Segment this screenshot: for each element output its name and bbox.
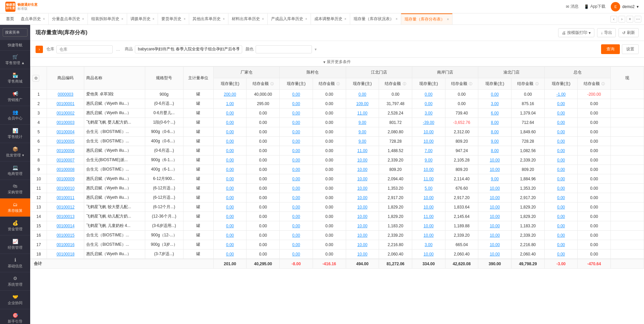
sidebar-item-purchase[interactable]: 🛍 采购管理 bbox=[0, 180, 30, 198]
cell-total-stock[interactable]: 0.00 bbox=[544, 231, 578, 240]
tab-home[interactable]: 首页 bbox=[3, 16, 17, 22]
cell-code[interactable]: 00100006 bbox=[47, 146, 84, 155]
cell-yubeimen-stock[interactable]: 10.00 bbox=[478, 231, 512, 240]
table-area[interactable]: ⚙ 商品编码 商品名称 规格型号 主计量单位 厂家仓 陈村仓 江北门店 南岸门店… bbox=[30, 66, 644, 324]
cell-code[interactable]: 00100002 bbox=[47, 108, 84, 118]
close-icon[interactable]: × bbox=[396, 17, 398, 21]
sidebar-item-member[interactable]: 👥 会员中心 bbox=[0, 106, 30, 125]
cell-code[interactable]: 00100009 bbox=[47, 174, 84, 184]
cell-chen-stock[interactable]: 0.00 bbox=[280, 118, 313, 127]
close-icon[interactable]: × bbox=[262, 17, 264, 21]
filter-toggle-button[interactable]: › bbox=[36, 46, 43, 53]
cell-code[interactable]: 00100004 bbox=[47, 127, 84, 137]
cell-factory-stock[interactable]: 0.00 bbox=[213, 165, 247, 174]
cell-jiangbei-stock[interactable]: 10.00 bbox=[346, 155, 379, 165]
cell-code[interactable]: 00100007 bbox=[47, 155, 84, 165]
cell-factory-stock[interactable]: 0.00 bbox=[213, 240, 247, 249]
cell-factory-stock[interactable]: 0.00 bbox=[213, 231, 247, 240]
sidebar-item-ecommerce[interactable]: 💻 电商管理 bbox=[0, 161, 30, 180]
cell-chen-stock[interactable]: 0.00 bbox=[280, 146, 313, 155]
cell-chen-stock[interactable]: 0.00 bbox=[280, 155, 313, 165]
cell-jiangbei-stock[interactable]: 109.00 bbox=[346, 99, 379, 108]
tab-yaohuo[interactable]: 要货单历史 × bbox=[158, 13, 189, 25]
cell-yubeimen-stock[interactable]: 8.00 bbox=[478, 118, 512, 127]
message-button[interactable]: ✉ 消息 bbox=[566, 4, 579, 9]
cell-total-stock[interactable]: 0.00 bbox=[544, 193, 578, 202]
cell-yubeimen-stock[interactable]: 0.00 bbox=[478, 90, 512, 99]
cell-jiangbei-stock[interactable]: 11.00 bbox=[346, 146, 379, 155]
cell-code[interactable]: 00100003 bbox=[47, 118, 84, 127]
cell-chen-stock[interactable]: 0.00 bbox=[280, 221, 313, 231]
cell-yubeimen-stock[interactable]: 10.00 bbox=[478, 165, 512, 174]
sidebar-item-collab[interactable]: 🤝 企业协同 bbox=[0, 291, 30, 309]
close-icon[interactable]: × bbox=[447, 17, 449, 21]
cell-jiangbei-stock[interactable]: 10.00 bbox=[346, 174, 379, 184]
sidebar-item-retail[interactable]: 🛒 零售管理 ▲ bbox=[0, 51, 30, 69]
cell-factory-stock[interactable]: 0.00 bbox=[213, 146, 247, 155]
cell-total-stock[interactable]: 0.00 bbox=[544, 165, 578, 174]
cell-jiangbei-stock[interactable]: 11.00 bbox=[346, 108, 379, 118]
warehouse-more-icon[interactable]: … bbox=[115, 47, 121, 52]
cell-jiangbei-stock[interactable]: 10.00 bbox=[346, 231, 379, 240]
refresh-button[interactable]: ↺ 刷新 bbox=[619, 28, 639, 37]
cell-factory-stock[interactable]: 0.00 bbox=[213, 212, 247, 221]
tab-cailiao[interactable]: 材料出库单历史 × bbox=[228, 13, 268, 25]
cell-yubeimen-stock[interactable]: 10.00 bbox=[478, 184, 512, 193]
goods-input[interactable] bbox=[135, 45, 242, 53]
cell-factory-stock[interactable]: 0.00 bbox=[213, 127, 247, 137]
tab-close-button[interactable]: × bbox=[627, 16, 633, 22]
sidebar-item-operation[interactable]: 📈 经营管理 bbox=[0, 235, 30, 254]
tab-fenliang[interactable]: 分量盘点单历史 × bbox=[49, 13, 88, 25]
cell-nanan-stock[interactable]: 7.00 bbox=[412, 146, 445, 155]
cell-code[interactable]: 00100016 bbox=[47, 240, 84, 249]
cell-code[interactable]: 00100008 bbox=[47, 165, 84, 174]
sidebar-item-inventory[interactable]: 🗂 库存核算 bbox=[0, 198, 30, 217]
query-button[interactable]: 查询 bbox=[601, 44, 620, 54]
cell-factory-stock[interactable]: 0.00 bbox=[213, 202, 247, 212]
cell-jiangbei-stock[interactable]: 9.00 bbox=[346, 127, 379, 137]
cell-code[interactable]: 00100005 bbox=[47, 137, 84, 146]
cell-nanan-stock[interactable]: 10.00 bbox=[412, 221, 445, 231]
cell-yubeimen-stock[interactable]: 6.00 bbox=[478, 108, 512, 118]
tab-next-button[interactable]: › bbox=[619, 16, 625, 22]
cell-factory-stock[interactable]: 0.00 bbox=[213, 118, 247, 127]
cell-nanan-stock[interactable]: 11.00 bbox=[412, 174, 445, 184]
cell-factory-stock[interactable]: 200.00 bbox=[213, 90, 247, 99]
cell-total-stock[interactable]: 0.00 bbox=[544, 240, 578, 249]
settings-icon[interactable]: ⚙ bbox=[33, 75, 39, 82]
cell-jiangbei-stock[interactable]: 0.00 bbox=[346, 90, 379, 99]
sidebar-item-mall[interactable]: 🏪 零售商城 bbox=[0, 69, 30, 88]
cell-chen-stock[interactable]: 0.00 bbox=[280, 174, 313, 184]
cell-yubeimen-stock[interactable]: 3.00 bbox=[478, 99, 512, 108]
cell-nanan-stock[interactable]: 10.00 bbox=[412, 165, 445, 174]
cell-chen-stock[interactable]: 0.00 bbox=[280, 184, 313, 193]
cell-yubeimen-stock[interactable]: 10.00 bbox=[478, 193, 512, 202]
sidebar-item-stats[interactable]: 📊 零售统计 bbox=[0, 125, 30, 143]
cell-chen-stock[interactable]: 0.00 bbox=[280, 90, 313, 99]
close-icon[interactable]: × bbox=[153, 17, 155, 21]
cell-code[interactable]: 00100001 bbox=[47, 99, 84, 108]
cell-jiangbei-stock[interactable]: 10.00 bbox=[346, 184, 379, 193]
sidebar-item-system[interactable]: ⚙ 系统管理 bbox=[0, 272, 30, 291]
cell-total-stock[interactable]: 0.00 bbox=[544, 155, 578, 165]
cell-nanan-stock[interactable]: 11.00 bbox=[412, 212, 445, 221]
cell-total-stock[interactable]: 0.00 bbox=[544, 249, 578, 259]
cell-chen-stock[interactable]: 0.00 bbox=[280, 108, 313, 118]
cell-yubeimen-stock[interactable]: 9.00 bbox=[478, 137, 512, 146]
cell-total-stock[interactable]: 0.00 bbox=[544, 146, 578, 155]
cell-code[interactable]: 00100013 bbox=[47, 212, 84, 221]
cell-total-stock[interactable]: 0.00 bbox=[544, 212, 578, 221]
cell-factory-stock[interactable]: 1.00 bbox=[213, 99, 247, 108]
expand-more-button[interactable]: ▾ 展开更多条件 bbox=[323, 59, 351, 65]
cell-code[interactable]: 0000003 bbox=[47, 90, 84, 99]
cell-factory-stock[interactable]: 0.00 bbox=[213, 137, 247, 146]
cell-chen-stock[interactable]: 0.00 bbox=[280, 137, 313, 146]
sidebar-item-basics[interactable]: ℹ 基础信息 bbox=[0, 254, 30, 272]
cell-chen-stock[interactable]: 0.00 bbox=[280, 249, 313, 259]
cell-code[interactable]: 00100011 bbox=[47, 193, 84, 202]
cell-yubeimen-stock[interactable]: 8.00 bbox=[478, 146, 512, 155]
tab-kucun1[interactable]: 现存量（库存状况表） × bbox=[350, 13, 401, 25]
cell-chen-stock[interactable]: 0.00 bbox=[280, 202, 313, 212]
cell-total-stock[interactable]: 0.00 bbox=[544, 221, 578, 231]
tab-kucun2[interactable]: 现存量（库存分布表） × bbox=[401, 13, 452, 25]
